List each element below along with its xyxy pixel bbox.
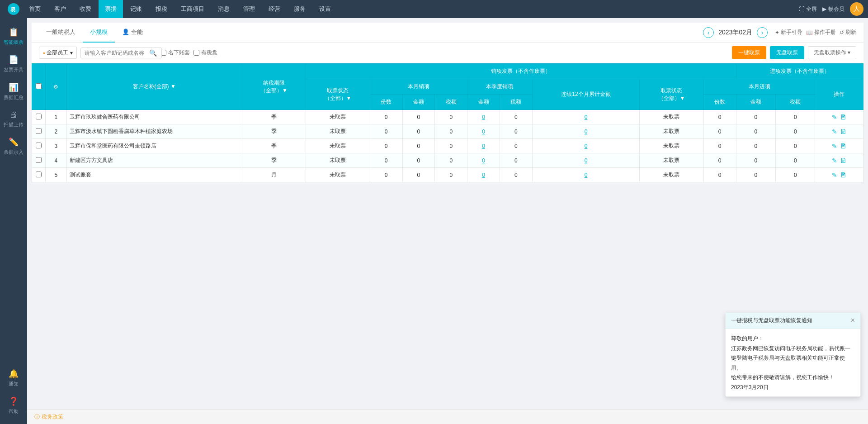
nav-item-报税[interactable]: 报税 — [149, 0, 174, 18]
select-all-checkbox[interactable] — [36, 83, 42, 89]
edit-icon[interactable]: ✎ — [832, 128, 837, 135]
row-xiao-month-amount: 0 — [402, 139, 435, 153]
nav-item-收费[interactable]: 收费 — [73, 0, 98, 18]
nav-item-工商项目[interactable]: 工商项目 — [175, 0, 211, 18]
edit-icon[interactable]: ✎ — [832, 172, 837, 179]
nav-item-服务[interactable]: 服务 — [288, 0, 312, 18]
th-xiao-month-tax: 税额 — [435, 95, 467, 110]
row-checkbox — [32, 110, 46, 124]
row-xiao-month-count: 0 — [370, 124, 402, 139]
row-jin-month-tax: 0 — [776, 168, 815, 182]
manual-btn[interactable]: 📖 操作手册 — [806, 29, 836, 36]
tax-policy-link[interactable]: ⓘ 税务政策 — [34, 413, 63, 421]
sidebar-icon-智能取票: 📋 — [9, 27, 19, 37]
row-jin-status: 未取票 — [640, 168, 703, 182]
row-period: 季 — [242, 110, 306, 124]
period-next-btn[interactable]: › — [757, 27, 768, 38]
search-btn[interactable]: 🔍 — [149, 49, 157, 57]
row-xiao-quarter-amount: 0 — [467, 139, 500, 153]
edit-icon[interactable]: ✎ — [832, 157, 837, 164]
row-actions: ✎ 🖹 — [815, 168, 863, 182]
svg-text:易: 易 — [10, 7, 15, 12]
row-no: 2 — [46, 124, 67, 139]
nav-item-记账[interactable]: 记账 — [124, 0, 148, 18]
notification-close-btn[interactable]: × — [851, 316, 855, 324]
page-tab-小规模[interactable]: 小规模 — [83, 23, 115, 43]
sidebar-item-发票开具[interactable]: 📄发票开具 — [4, 50, 24, 78]
my-accounts-checkbox[interactable]: 名下账套 — [160, 49, 190, 57]
sidebar-icon-扫描上传: 🖨 — [9, 110, 18, 119]
detail-icon[interactable]: 🖹 — [840, 143, 846, 150]
row-name: 卫辉市保和堂医药有限公司走顿路店 — [66, 139, 242, 153]
nav-item-客户[interactable]: 客户 — [48, 0, 72, 18]
guide-btn[interactable]: ✦ 新手引导 — [775, 29, 802, 36]
th-tax-period: 纳税期限（全部）▼ — [242, 64, 306, 110]
sidebar-item-扫描上传[interactable]: 🖨扫描上传 — [4, 105, 24, 133]
nav-item-票据[interactable]: 票据 — [99, 0, 123, 18]
th-xiao-month-amount: 金额 — [402, 95, 435, 110]
period-prev-btn[interactable]: ‹ — [703, 27, 714, 38]
row-jin-month-amount: 0 — [736, 153, 775, 168]
sidebar-bottom-通知[interactable]: 🔔通知 — [0, 364, 27, 392]
edit-icon[interactable]: ✎ — [832, 143, 837, 150]
th-client-name: 客户名称(全部) ▼ — [66, 64, 242, 110]
avatar[interactable]: 人 — [850, 2, 863, 16]
sidebar-item-智能取票[interactable]: 📋智能取票 — [4, 23, 24, 50]
row-xiao-12month: 0 — [532, 110, 639, 124]
nav-item-首页[interactable]: 首页 — [23, 0, 47, 18]
th-action: 操作 — [815, 79, 863, 110]
row-name: 卫辉市汲水镇下圆画香腐草木种植家庭农场 — [66, 124, 242, 139]
th-xiao-month: 本月销项 — [370, 79, 467, 95]
vip-btn[interactable]: ▶ 畅会员 — [822, 5, 844, 13]
bottom-bar: ⓘ 税务政策 — [27, 410, 868, 424]
row-jin-month-amount: 0 — [736, 124, 775, 139]
detail-icon[interactable]: 🖹 — [840, 114, 846, 121]
page-tab-全能[interactable]: 👤全能 — [115, 23, 150, 43]
page-tab-一般纳税人[interactable]: 一般纳税人 — [39, 23, 83, 43]
th-jin-month-tax: 税额 — [776, 95, 815, 110]
logo[interactable]: 易 — [5, 0, 23, 18]
row-period: 季 — [242, 153, 306, 168]
row-jin-month-count: 0 — [703, 139, 736, 153]
tax-disk-checkbox[interactable]: 有税盘 — [193, 49, 217, 57]
detail-icon[interactable]: 🖹 — [840, 128, 846, 135]
sidebar-bottom-label-帮助: 帮助 — [9, 408, 19, 415]
detail-icon[interactable]: 🖹 — [840, 172, 846, 179]
row-xiao-quarter-tax: 0 — [500, 139, 532, 153]
row-name: 卫辉市玖玖健合医药有限公司 — [66, 110, 242, 124]
one-click-btn[interactable]: 一键取票 — [732, 46, 766, 59]
toolbar-actions: 一键取票 无盘取票 无盘取票操作 ▾ — [732, 46, 856, 59]
nav-item-消息[interactable]: 消息 — [212, 0, 236, 18]
fullscreen-btn[interactable]: ⛶ 全屏 — [799, 5, 817, 13]
row-no: 4 — [46, 153, 67, 168]
nav-item-经营[interactable]: 经营 — [262, 0, 287, 18]
row-xiao-quarter-amount: 0 — [467, 153, 500, 168]
nav-item-设置[interactable]: 设置 — [313, 0, 337, 18]
sidebar-bottom-label-通知: 通知 — [9, 381, 19, 387]
row-xiao-month-count: 0 — [370, 110, 402, 124]
th-xiao-quarter-amount: 金额 — [467, 95, 500, 110]
row-jin-month-amount: 0 — [736, 168, 775, 182]
detail-icon[interactable]: 🖹 — [840, 157, 846, 164]
sidebar-bottom-icon-通知: 🔔 — [9, 369, 19, 379]
no-disk-btn[interactable]: 无盘取票 — [770, 46, 804, 59]
row-xiao-month-tax: 0 — [435, 124, 467, 139]
row-xiao-month-amount: 0 — [402, 168, 435, 182]
employee-filter[interactable]: ▪ 全部员工 ▾ — [39, 47, 77, 59]
sidebar-item-票据汇总[interactable]: 📊票据汇总 — [4, 78, 24, 105]
no-disk-more-btn[interactable]: 无盘取票操作 ▾ — [808, 46, 856, 59]
nav-item-管理[interactable]: 管理 — [237, 0, 261, 18]
header-actions: ✦ 新手引导 📖 操作手册 ↺ 刷新 — [775, 29, 856, 36]
row-jin-month-tax: 0 — [776, 153, 815, 168]
row-jin-month-tax: 0 — [776, 139, 815, 153]
row-xiao-quarter-tax: 0 — [500, 153, 532, 168]
sidebar-bottom-帮助[interactable]: ❓帮助 — [0, 392, 27, 419]
row-xiao-month-amount: 0 — [402, 153, 435, 168]
row-no: 5 — [46, 168, 67, 182]
th-xiao-group: 销项发票（不含作废票） — [306, 64, 736, 79]
refresh-btn[interactable]: ↺ 刷新 — [840, 29, 856, 36]
edit-icon[interactable]: ✎ — [832, 114, 837, 121]
sidebar-item-票据录入[interactable]: ✏️票据录入 — [4, 133, 24, 160]
row-xiao-quarter-amount: 0 — [467, 124, 500, 139]
row-jin-status: 未取票 — [640, 139, 703, 153]
